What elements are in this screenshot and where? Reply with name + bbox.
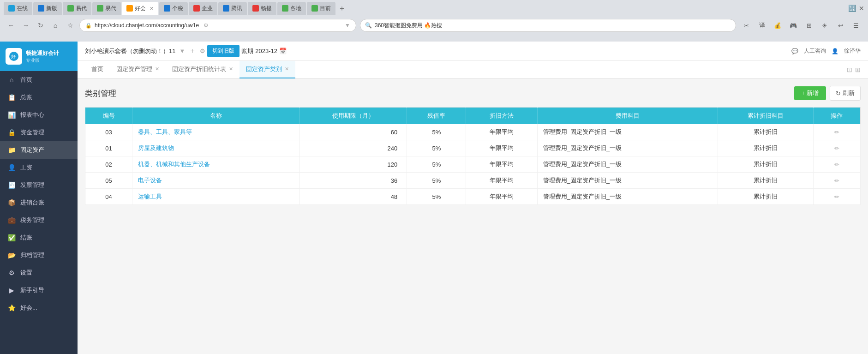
minimize-btn[interactable]: 🔢 [848,5,856,12]
settings-icon: ⚙ [7,269,16,277]
tab-favicon [311,5,318,12]
edit-button[interactable]: ✏ [834,145,839,152]
cell-action: ✏ [813,189,860,205]
maximize-tab-btn[interactable]: ⊞ [855,66,861,73]
guide-icon: ▶ [7,286,16,294]
scissors-icon[interactable]: ✂ [740,19,753,32]
back-button[interactable]: ← [6,20,17,31]
funds-icon: 🔒 [7,128,16,137]
sidebar-item-archive[interactable]: 📂 归档管理 [0,246,78,264]
tab-favicon [164,5,170,12]
edit-button[interactable]: ✏ [834,177,839,184]
browser-tab-qiye[interactable]: 企业 [189,2,217,15]
browser-tab-tengxun[interactable]: 腾讯 [218,2,247,15]
tab-favicon [126,5,133,12]
game-icon[interactable]: 🎮 [787,19,800,32]
cell-residual: 5% [407,140,466,156]
sidebar-item-haohui[interactable]: ⭐ 好会... [0,299,78,317]
reload-button[interactable]: ↻ [35,20,46,31]
page-title: 类别管理 [85,88,116,99]
sidebar-item-payroll[interactable]: 👤 工资 [0,159,78,176]
period-value: 2023-12 [255,48,277,54]
add-category-button[interactable]: + 新增 [794,86,826,100]
edit-button[interactable]: ✏ [834,129,839,136]
wallet-icon[interactable]: 💰 [771,19,784,32]
cell-period: 120 [299,156,407,173]
sidebar-item-label: 报表中心 [20,111,44,119]
home-button[interactable]: ⌂ [50,20,61,31]
settings-gear-icon[interactable]: ⚙ [200,48,205,54]
tab-close-btn[interactable]: ✕ [150,6,154,12]
dropdown-icon[interactable]: ▼ [179,48,185,54]
haohui-icon: ⭐ [7,304,16,312]
minimize-tab-btn[interactable]: ⊡ [847,66,852,73]
user-avatar-icon: 👤 [832,48,838,54]
tab-asset-categories[interactable]: 固定资产类别 ✕ [239,61,295,78]
browser-tab-gesui[interactable]: 个税 [159,2,188,15]
sidebar-item-guide[interactable]: ▶ 新手引导 [0,282,78,299]
sidebar-item-settings[interactable]: ⚙ 设置 [0,264,78,282]
close-window-btn[interactable]: ✕ [859,5,864,12]
calendar-icon[interactable]: 📅 [279,48,287,54]
consult-label[interactable]: 人工咨询 [804,47,826,55]
switch-version-button[interactable]: 切到旧版 [207,45,239,57]
cell-action: ✏ [813,173,860,189]
tab-fixed-assets-mgmt[interactable]: 固定资产管理 ✕ [110,61,166,78]
browser-tab-gedi[interactable]: 各地 [277,2,306,15]
undo-icon[interactable]: ↩ [834,19,847,32]
browser-tab-changte[interactable]: 畅提 [248,2,276,15]
address-dropdown-icon[interactable]: ▼ [345,22,350,29]
sidebar-item-tax[interactable]: 💼 税务管理 [0,211,78,229]
cell-period: 60 [299,124,407,140]
tab-label: 新版 [46,5,57,12]
refresh-button[interactable]: ↻ 刷新 [830,86,861,101]
browser-tab-yidai2[interactable]: 易代 [92,2,121,15]
tab-favicon [97,5,103,12]
tab-close-depreciation[interactable]: ✕ [229,66,233,72]
translate-icon[interactable]: 译 [755,19,768,32]
browser-tab-xinban[interactable]: 新版 [33,2,62,15]
sidebar-item-invoices[interactable]: 🧾 发票管理 [0,176,78,194]
url-text: https://cloud.chanjet.com/accounting/uw1… [95,22,199,29]
sidebar-item-purchases[interactable]: 📦 进销台账 [0,194,78,211]
ledger-icon: 📋 [7,93,16,102]
grid-icon[interactable]: ⊞ [802,19,815,32]
brightness-icon[interactable]: ☀ [818,19,831,32]
sidebar-item-fixed-assets[interactable]: 📁 固定资产 [0,141,78,159]
tab-label: 畅提 [261,5,272,12]
table-header-row: 编号 名称 使用期限（月） 残值率 折旧方法 费用科目 累计折旧科目 操作 [85,108,861,125]
browser-tab-zaixin[interactable]: 在线 [4,2,32,15]
cell-period: 240 [299,140,407,156]
edit-button[interactable]: ✏ [834,193,839,200]
tab-close-categories[interactable]: ✕ [285,66,289,72]
sidebar-item-closing[interactable]: ✅ 结账 [0,229,78,246]
browser-chrome: 在线 新版 易代 易代 好会 ✕ 个税 企业 腾讯 [0,0,868,42]
table-row: 02 机器、机械和其他生产设备 120 5% 年限平均 管理费用_固定资产折旧_… [85,156,861,173]
forward-button[interactable]: → [20,20,31,31]
sidebar-item-ledger[interactable]: 📋 总账 [0,89,78,106]
address-bar[interactable]: 🔒 https://cloud.chanjet.com/accounting/u… [79,19,356,32]
sidebar-item-home[interactable]: ⌂ 首页 [0,71,78,89]
ssl-lock-icon: 🔒 [85,23,92,29]
cell-id: 04 [85,189,132,205]
browser-tab-haohui[interactable]: 好会 ✕ [122,2,158,15]
tab-close-fixed-assets[interactable]: ✕ [155,66,159,72]
sidebar-item-label: 固定资产 [20,146,44,154]
cell-method: 年限平均 [466,156,537,173]
search-bar[interactable]: 🔍 360智能抠图免费用 🔥热搜 [360,19,736,32]
browser-tab-yidai1[interactable]: 易代 [63,2,91,15]
tab-depreciation-report[interactable]: 固定资产折旧统计表 ✕ [166,61,239,78]
tab-window-buttons: ⊡ ⊞ [847,66,861,73]
edit-button[interactable]: ✏ [834,161,839,168]
cell-action: ✏ [813,156,860,173]
menu-icon[interactable]: ☰ [850,19,862,32]
add-company-btn[interactable]: ＋ [189,46,196,56]
browser-tab-muqian[interactable]: 目前 [307,2,335,15]
table-row: 04 运输工具 48 5% 年限平均 管理费用_固定资产折旧_一级 累计折旧 ✏ [85,189,861,205]
bookmark-button[interactable]: ☆ [65,20,76,31]
tab-home[interactable]: 首页 [85,61,110,78]
sidebar-item-funds[interactable]: 🔒 资金管理 [0,124,78,141]
cell-name: 房屋及建筑物 [132,140,300,156]
new-tab-button[interactable]: ＋ [336,4,347,13]
sidebar-item-reports[interactable]: 📊 报表中心 [0,106,78,124]
